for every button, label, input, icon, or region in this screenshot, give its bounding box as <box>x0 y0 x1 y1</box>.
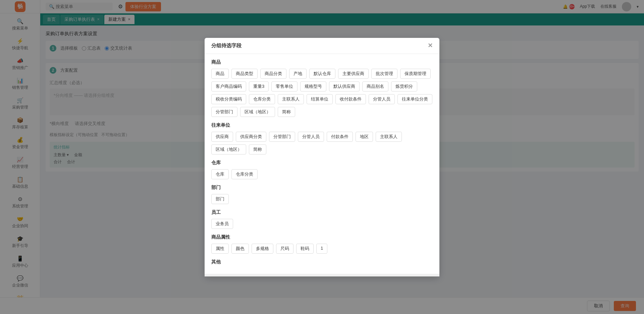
field-tag-1-2[interactable]: 分管部门 <box>269 132 295 142</box>
modal-hscroll[interactable] <box>205 274 439 276</box>
field-tag-0-22[interactable]: 分管部门 <box>211 107 237 117</box>
field-grid-3: 部门 <box>211 194 433 204</box>
field-tag-5-0[interactable]: 属性 <box>211 244 229 254</box>
field-tag-0-19[interactable]: 收付款条件 <box>335 94 366 104</box>
field-tag-0-18[interactable]: 结算单位 <box>307 94 333 104</box>
field-tag-1-7[interactable]: 区域（地区） <box>211 144 246 154</box>
field-tag-4-0[interactable]: 业务员 <box>211 219 233 229</box>
field-tag-0-2[interactable]: 商品分类 <box>260 69 286 79</box>
field-tag-0-0[interactable]: 商品 <box>211 69 229 79</box>
field-tag-0-7[interactable]: 保质期管理 <box>400 69 431 79</box>
field-tag-0-17[interactable]: 主联系人 <box>278 94 304 104</box>
field-tag-2-0[interactable]: 仓库 <box>211 169 229 179</box>
section-title-1: 往来单位 <box>211 122 433 128</box>
modal-body: 商品商品商品类型商品分类产地默认仓库主要供应商批次管理保质期管理客户商品编码重量… <box>205 54 439 274</box>
field-tag-1-5[interactable]: 地区 <box>356 132 373 142</box>
section-title-2: 仓库 <box>211 160 433 166</box>
modal-overlay: 分组待选字段 ✕ 商品商品商品类型商品分类产地默认仓库主要供应商批次管理保质期管… <box>0 0 644 314</box>
modal-dialog: 分组待选字段 ✕ 商品商品商品类型商品分类产地默认仓库主要供应商批次管理保质期管… <box>205 38 439 276</box>
field-tag-5-5[interactable]: 1 <box>316 244 327 254</box>
field-tag-0-24[interactable]: 简称 <box>278 107 295 117</box>
field-grid-0: 商品商品类型商品分类产地默认仓库主要供应商批次管理保质期管理客户商品编码重量3零… <box>211 69 433 117</box>
section-title-0: 商品 <box>211 59 433 65</box>
field-tag-0-9[interactable]: 重量3 <box>249 81 269 91</box>
field-tag-0-14[interactable]: 炼货积分 <box>391 81 417 91</box>
field-tag-0-16[interactable]: 仓库分类 <box>249 94 275 104</box>
field-grid-1: 供应商供应商分类分管部门分管人员付款条件地区主联系人区域（地区）简称 <box>211 132 433 154</box>
section-title-3: 部门 <box>211 185 433 191</box>
modal-close-btn[interactable]: ✕ <box>428 43 433 49</box>
field-grid-2: 仓库仓库分类 <box>211 169 433 179</box>
field-tag-0-12[interactable]: 默认供应商 <box>329 81 360 91</box>
field-tag-0-23[interactable]: 区域（地区） <box>240 107 275 117</box>
field-tag-1-8[interactable]: 简称 <box>249 144 266 154</box>
field-tag-5-4[interactable]: 鞋码 <box>296 244 314 254</box>
field-tag-2-1[interactable]: 仓库分类 <box>231 169 258 179</box>
field-tag-5-2[interactable]: 多规格 <box>252 244 273 254</box>
field-tag-0-20[interactable]: 分管人员 <box>369 94 395 104</box>
field-tag-5-3[interactable]: 尺码 <box>276 244 293 254</box>
field-tag-0-4[interactable]: 默认仓库 <box>309 69 335 79</box>
field-tag-3-0[interactable]: 部门 <box>211 194 229 204</box>
section-title-4: 员工 <box>211 209 433 215</box>
field-tag-5-1[interactable]: 颜色 <box>231 244 249 254</box>
field-tag-1-4[interactable]: 付款条件 <box>327 132 353 142</box>
field-tag-0-1[interactable]: 商品类型 <box>231 69 258 79</box>
modal-header: 分组待选字段 ✕ <box>205 38 439 54</box>
field-tag-1-6[interactable]: 主联系人 <box>376 132 402 142</box>
field-tag-1-3[interactable]: 分管人员 <box>298 132 324 142</box>
modal-title: 分组待选字段 <box>211 43 241 49</box>
field-tag-0-13[interactable]: 商品别名 <box>362 81 388 91</box>
field-tag-1-0[interactable]: 供应商 <box>211 132 233 142</box>
field-tag-0-15[interactable]: 税收分类编码 <box>211 94 246 104</box>
field-tag-1-1[interactable]: 供应商分类 <box>236 132 266 142</box>
field-tag-0-6[interactable]: 批次管理 <box>371 69 397 79</box>
field-grid-5: 属性颜色多规格尺码鞋码1 <box>211 244 433 254</box>
field-tag-0-8[interactable]: 客户商品编码 <box>211 81 246 91</box>
field-tag-0-5[interactable]: 主要供应商 <box>338 69 369 79</box>
field-tag-0-11[interactable]: 规格型号 <box>300 81 326 91</box>
field-tag-0-3[interactable]: 产地 <box>289 69 307 79</box>
field-grid-4: 业务员 <box>211 219 433 229</box>
section-title-6: 其他 <box>211 259 433 265</box>
field-tag-0-10[interactable]: 零售单位 <box>271 81 298 91</box>
field-tag-0-21[interactable]: 往来单位分类 <box>397 94 432 104</box>
section-title-5: 商品属性 <box>211 234 433 240</box>
